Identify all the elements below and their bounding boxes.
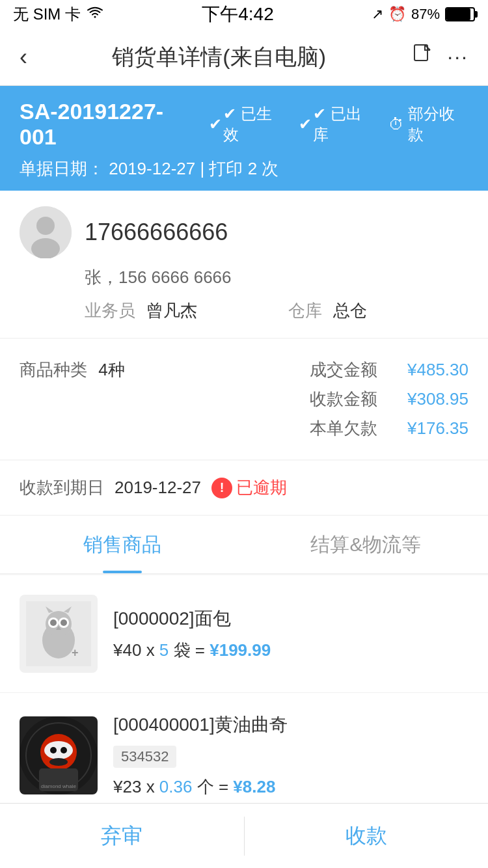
customer-phone: 17666666666 (85, 219, 228, 246)
tab-settlement-logistics[interactable]: 结算&物流等 (244, 516, 488, 573)
status-left: 无 SIM 卡 (13, 4, 104, 25)
page-title: 销货单详情(来自电脑) (112, 42, 326, 72)
tabs-section: 销售商品 结算&物流等 (0, 516, 488, 574)
overdue-badge: ! 已逾期 (211, 476, 287, 499)
stats-section: 商品种类 4种 成交金额 ¥485.30 收款金额 ¥308.95 本单欠款 ¥… (0, 339, 488, 459)
customer-meta: 业务员 曾凡杰 仓库 总仓 (20, 299, 468, 322)
banner-date: 单据日期： 2019-12-27 | 打印 2 次 (20, 157, 468, 180)
nav-right: ··· (411, 42, 468, 72)
status-effected: ✔ ✔ 已生效 (209, 103, 286, 145)
staff-label: 业务员 曾凡杰 (85, 299, 197, 322)
order-id: SA-20191227-001 (20, 99, 196, 150)
status-right: ↗ ⏰ 87% (372, 6, 475, 23)
debt-amount-row: 本单欠款 ¥176.35 (310, 417, 468, 440)
product-type-count: 商品种类 4种 (20, 359, 125, 381)
svg-point-9 (50, 619, 57, 626)
svg-point-21 (49, 758, 68, 766)
product-thumbnail-2: diamond whale (20, 716, 98, 794)
status-bar: 无 SIM 卡 下午4:42 ↗ ⏰ 87% (0, 0, 488, 29)
cancel-button[interactable]: 弃审 (0, 804, 244, 868)
customer-top: 17666666666 (20, 206, 468, 258)
check-icon-1: ✔ (209, 115, 222, 133)
banner-top: SA-20191227-001 ✔ ✔ 已生效 ✔ ✔ 已出库 ⏱ 部分收款 (20, 99, 468, 150)
location-icon: ↗ (372, 6, 383, 23)
tab-sales-products[interactable]: 销售商品 (0, 516, 244, 573)
more-icon[interactable]: ··· (447, 45, 468, 69)
table-row: + [0000002]面包 ¥40 x 5 袋 = ¥199.99 (0, 575, 488, 693)
product-name-2: [000400001]黄油曲奇 (113, 712, 468, 737)
svg-point-3 (31, 238, 60, 258)
svg-point-18 (44, 741, 73, 759)
carrier-label: 无 SIM 卡 (13, 4, 81, 25)
svg-point-10 (61, 619, 67, 626)
battery-icon (445, 7, 475, 21)
confirm-button[interactable]: 收款 (245, 804, 489, 868)
due-section: 收款到期日 2019-12-27 ! 已逾期 (0, 461, 488, 515)
status-time: 下午4:42 (202, 2, 274, 27)
product-name-1: [0000002]面包 (113, 606, 468, 631)
header-banner: SA-20191227-001 ✔ ✔ 已生效 ✔ ✔ 已出库 ⏱ 部分收款 单… (0, 86, 488, 191)
products-list: + [0000002]面包 ¥40 x 5 袋 = ¥199.99 (0, 575, 488, 819)
product-sku-2: 534532 (113, 746, 176, 768)
table-row: diamond whale [000400001]黄油曲奇 534532 ¥23… (0, 693, 488, 819)
warehouse-label: 仓库 总仓 (288, 299, 367, 322)
avatar (20, 206, 72, 258)
nav-bar: ‹ 销货单详情(来自电脑) ··· (0, 29, 488, 86)
product-price-1: ¥40 x 5 袋 = ¥199.99 (113, 639, 468, 662)
clock-icon: ⏱ (388, 115, 404, 133)
svg-text:+: + (72, 646, 79, 659)
alarm-icon: ⏰ (388, 6, 406, 23)
bottom-bar: 弃审 收款 (0, 803, 488, 868)
svg-text:diamond whale: diamond whale (41, 783, 76, 789)
svg-point-20 (61, 747, 67, 753)
product-thumbnail-1: + (20, 595, 98, 673)
svg-point-2 (36, 217, 55, 235)
svg-point-19 (50, 747, 57, 753)
tabs-row: 销售商品 结算&物流等 (0, 516, 488, 573)
share-icon[interactable] (411, 42, 434, 72)
product-price-2: ¥23 x 0.36 个 = ¥8.28 (113, 776, 468, 798)
receipt-amount-row: 收款金额 ¥308.95 (310, 388, 468, 411)
product-info-2: [000400001]黄油曲奇 534532 ¥23 x 0.36 个 = ¥8… (113, 712, 468, 798)
customer-section: 17666666666 张，156 6666 6666 业务员 曾凡杰 仓库 总… (0, 191, 488, 338)
status-partial: ⏱ 部分收款 (388, 103, 468, 145)
wifi-icon (86, 5, 104, 23)
deal-amount-row: 成交金额 ¥485.30 (310, 359, 468, 381)
stats-right: 成交金额 ¥485.30 收款金额 ¥308.95 本单欠款 ¥176.35 (310, 359, 468, 440)
product-info-1: [0000002]面包 ¥40 x 5 袋 = ¥199.99 (113, 606, 468, 662)
status-shipped: ✔ ✔ 已出库 (299, 103, 375, 145)
back-button[interactable]: ‹ (20, 44, 27, 71)
overdue-icon: ! (211, 478, 232, 498)
check-icon-2: ✔ (299, 115, 312, 133)
battery-percent: 87% (411, 6, 440, 23)
customer-info: 张，156 6666 6666 (20, 266, 468, 289)
